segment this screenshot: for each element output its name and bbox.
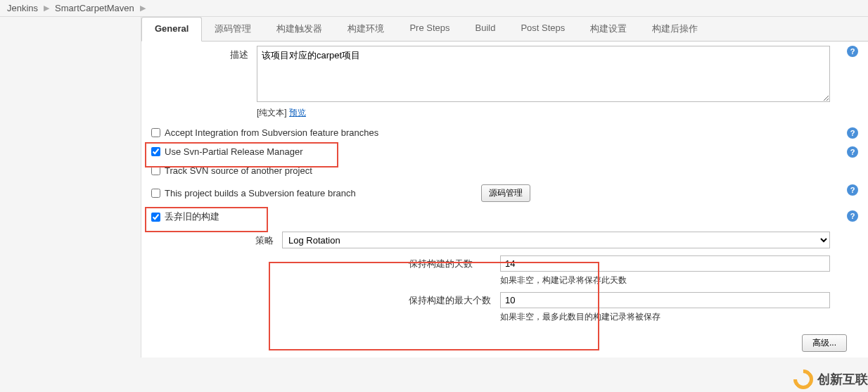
track-svn-label: Track SVN source of another project bbox=[165, 165, 312, 176]
breadcrumb: Jenkins ▶ SmartCarpetMaven ▶ bbox=[0, 0, 868, 17]
left-gutter bbox=[0, 17, 141, 358]
use-svn-partial-checkbox[interactable] bbox=[151, 147, 160, 156]
log-rotation-settings: 保持构建的天数 如果非空，构建记录将保存此天数 保持构建的最大个数 如果非空，最… bbox=[268, 253, 868, 323]
chevron-right-icon: ▶ bbox=[140, 4, 146, 13]
max-keep-label: 保持构建的最大个数 bbox=[409, 294, 500, 307]
days-keep-hint: 如果非空，构建记录将保存此天数 bbox=[500, 274, 830, 286]
row-description: 描述 该项目对应的carpet项目 [纯文本] 预览 ? bbox=[141, 42, 868, 123]
discard-old-checkbox[interactable] bbox=[151, 213, 160, 222]
tab-general[interactable]: General bbox=[141, 17, 202, 42]
description-label: 描述 bbox=[151, 46, 257, 61]
strategy-label: 策略 bbox=[177, 232, 282, 247]
discard-old-label: 丢弃旧的构建 bbox=[165, 210, 219, 223]
tab-pre-steps[interactable]: Pre Steps bbox=[397, 17, 462, 41]
description-format-note: [纯文本] 预览 bbox=[257, 107, 830, 119]
help-icon[interactable]: ? bbox=[847, 184, 858, 196]
tab-bar: General 源码管理 构建触发器 构建环境 Pre Steps Build … bbox=[141, 17, 868, 42]
row-strategy: 策略 Log Rotation bbox=[141, 227, 868, 253]
accept-integration-label: Accept Integration from Subversion featu… bbox=[165, 127, 378, 138]
advanced-row: 高级... bbox=[141, 329, 868, 358]
tab-build-env[interactable]: 构建环境 bbox=[335, 17, 397, 41]
tab-post-steps[interactable]: Post Steps bbox=[508, 17, 577, 41]
help-icon[interactable]: ? bbox=[847, 127, 858, 139]
help-icon[interactable]: ? bbox=[847, 46, 858, 57]
help-icon[interactable]: ? bbox=[847, 146, 858, 158]
description-textarea[interactable]: 该项目对应的carpet项目 bbox=[257, 46, 830, 102]
days-keep-label: 保持构建的天数 bbox=[409, 258, 500, 270]
max-keep-hint: 如果非空，最多此数目的构建记录将被保存 bbox=[500, 311, 830, 323]
feature-branch-label: This project builds a Subversion feature… bbox=[165, 188, 356, 198]
accept-integration-checkbox[interactable] bbox=[151, 128, 160, 137]
feature-branch-checkbox[interactable] bbox=[151, 189, 160, 198]
tab-scm[interactable]: 源码管理 bbox=[202, 17, 264, 41]
tab-build[interactable]: Build bbox=[463, 17, 509, 41]
source-manage-button[interactable]: 源码管理 bbox=[481, 184, 530, 202]
chevron-right-icon: ▶ bbox=[44, 4, 49, 13]
track-svn-checkbox[interactable] bbox=[151, 166, 160, 175]
watermark-logo: 创新互联 bbox=[793, 369, 868, 389]
use-svn-partial-label: Use Svn-Partial Release Manager bbox=[165, 146, 303, 157]
strategy-select[interactable]: Log Rotation bbox=[282, 232, 830, 248]
advanced-button[interactable]: 高级... bbox=[802, 334, 847, 352]
row-feature-branch: This project builds a Subversion feature… bbox=[141, 180, 868, 206]
tab-triggers[interactable]: 构建触发器 bbox=[264, 17, 335, 41]
tab-build-settings[interactable]: 构建设置 bbox=[577, 17, 639, 41]
row-use-svn-partial: Use Svn-Partial Release Manager ? bbox=[141, 142, 868, 161]
config-panel: General 源码管理 构建触发器 构建环境 Pre Steps Build … bbox=[141, 17, 868, 358]
breadcrumb-project[interactable]: SmartCarpetMaven bbox=[55, 3, 134, 13]
days-keep-input[interactable] bbox=[500, 255, 830, 272]
breadcrumb-root[interactable]: Jenkins bbox=[7, 3, 38, 13]
row-max-keep: 保持构建的最大个数 bbox=[409, 292, 830, 308]
ring-icon bbox=[789, 365, 817, 392]
plain-text-label: [纯文本] bbox=[257, 108, 287, 118]
watermark-text: 创新互联 bbox=[817, 371, 868, 388]
max-keep-input[interactable] bbox=[500, 292, 830, 308]
row-accept-integration: Accept Integration from Subversion featu… bbox=[141, 123, 868, 142]
row-track-svn: Track SVN source of another project bbox=[141, 161, 868, 180]
row-days-keep: 保持构建的天数 bbox=[409, 255, 830, 272]
preview-link[interactable]: 预览 bbox=[289, 108, 306, 118]
tab-post-build[interactable]: 构建后操作 bbox=[639, 17, 710, 41]
row-discard-old: 丢弃旧的构建 ? bbox=[141, 206, 868, 227]
help-icon[interactable]: ? bbox=[847, 210, 858, 222]
